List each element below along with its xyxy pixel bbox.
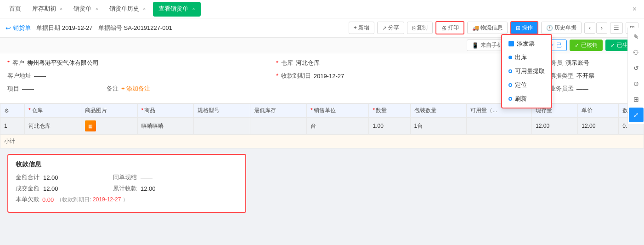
available-label: 可用量提取 [515,67,545,75]
payment-row-2: 成交金额 12.00 累计收款 12.00 [16,184,238,193]
tab-sales-history-close[interactable]: × [143,6,146,11]
list-view-icon[interactable]: ☰ [610,23,623,34]
owe-date: 2019-12-27 [93,196,121,203]
payment-row-1: 金额合计 12.00 同单现结 —— [16,173,238,182]
ticket-type-value: 不开票 [576,72,594,80]
logistics-button[interactable]: 🚚 物流信息 [467,22,508,34]
share-button[interactable]: ↗ 分享 [377,22,404,34]
sidebar-expand-icon[interactable]: ⤢ [629,108,644,122]
locate-label: 定位 [515,81,527,89]
tab-view-sales-close[interactable]: × [192,6,195,11]
next-arrow[interactable]: › [596,23,607,34]
owe-value: 0.00 [42,196,54,203]
share-icon: ↗ [382,25,387,31]
prev-arrow[interactable]: ‹ [584,23,595,34]
add-note-button[interactable]: 添加备注 [121,85,150,93]
th-product: *商品 [137,104,194,118]
transaction-field: 成交金额 12.00 [16,184,98,193]
tab-bar: 首页 库存期初 × 销货单 × 销货单历史 × 查看销货单 × × [0,0,644,18]
same-order-label: 同单现结 [113,173,137,182]
payment-title: 收款信息 [16,160,238,169]
project-label: 项目 [7,85,19,93]
print-label: 打印 [448,24,459,32]
sidebar-edit-icon[interactable]: ✎ [629,29,644,44]
address-value: —— [34,73,46,80]
available-icon [508,69,512,73]
tab-home-label: 首页 [9,5,21,13]
th-pack-qty: 包装数量 [410,104,467,118]
effective-icon: ✓ [610,42,615,49]
nav-arrows: ‹ › [584,23,607,34]
sidebar-user-icon[interactable]: ⊙ [629,76,644,91]
transaction-value: 12.00 [43,185,58,192]
right-sidebar: ✎ ⚇ ↺ ⊙ ⊞ ⤢ [627,28,644,124]
history-icon: 🕐 [546,25,553,31]
doc-date-value: 2019-12-27 [62,24,93,31]
logistics-label: 物流信息 [480,24,503,32]
product-table-wrapper: ⚙ *仓库 商品图片 *商品 规格型号 最低库存 *销售单位 *数量 包装数量 … [0,103,644,148]
dropdown-menu: 添发票 出库 可用量提取 定位 刷新 [501,34,552,108]
salesman-value: —— [576,85,588,92]
th-unit-price: 单价 [578,104,619,118]
operate-button[interactable]: ⊞ 操作 [510,21,538,34]
doc-number-field: 单据编号 SA-20191227-001 [98,24,173,32]
same-order-field: 同单现结 —— [113,173,196,182]
cell-min-stock [250,118,307,135]
customer-label: * 客户 [7,59,24,67]
customer-value: 柳州粤港平安气体有限公司 [27,59,99,67]
tab-inventory-label: 库存期初 [32,5,56,13]
dropdown-add-invoice[interactable]: 添发票 [502,37,551,51]
product-image: ▦ [85,120,96,131]
owe-label: 本单欠款 [16,195,40,204]
tab-home[interactable]: 首页 [4,0,27,18]
tab-view-sales-label: 查看销货单 [158,5,188,13]
dropdown-locate[interactable]: 定位 [502,78,551,92]
cell-warehouse: 河北仓库 [24,118,81,135]
gear-icon[interactable]: ⚙ [4,108,9,114]
dropdown-outbound[interactable]: 出库 [502,51,551,64]
tab-inventory-close[interactable]: × [60,6,62,11]
tab-sales[interactable]: 销货单 × [68,0,103,18]
cell-current-stock: 12.00 [532,118,578,135]
cancel-sale-icon: ✓ [575,42,579,49]
cancel-sale-label: 已核销 [581,41,598,49]
new-button[interactable]: + 新增 [349,22,374,34]
doc-info: ↩ 销货单 单据日期 2019-12-27 单据编号 SA-20191227-0… [6,24,345,32]
sidebar-link-icon[interactable]: ⚇ [629,45,644,60]
tab-sales-history[interactable]: 销货单历史 × [104,0,151,18]
cancel-sale-button[interactable]: ✓ 已核销 [570,40,603,51]
sidebar-table-icon[interactable]: ⊞ [629,92,644,107]
locate-icon [508,83,512,87]
th-gear: ⚙ [0,104,25,118]
confirm-label: 已 [556,41,562,49]
doc-type-text: 销货单 [13,24,31,32]
dropdown-available[interactable]: 可用量提取 [502,64,551,78]
owe-field: 本单欠款 0.00 （收款到期日: 2019-12-27 ） [16,195,128,204]
print-button[interactable]: 🖨 打印 [435,21,464,34]
salesman-field: * 业务员孟 —— [545,85,637,93]
th-spec: 规格型号 [194,104,250,118]
cumulative-value: 12.00 [141,185,156,192]
tab-view-sales[interactable]: 查看销货单 × [153,2,200,17]
project-value: —— [22,85,34,92]
payment-section: 收款信息 金额合计 12.00 同单现结 —— 成交金额 12.00 累计收款 … [7,154,246,213]
history-button[interactable]: 🕐 历史单据 [541,22,582,34]
doc-type-label: ↩ 销货单 [6,24,31,32]
tab-sales-close[interactable]: × [95,6,98,11]
table-row: 1 河北仓库 ▦ 嘻嘻嘻嘻 台 1.00 1台 12.00 12.00 0. [0,118,644,135]
tab-inventory[interactable]: 库存期初 × [27,0,68,18]
copy-button[interactable]: ⎘ 复制 [407,22,433,34]
th-quantity: *数量 [369,104,410,118]
doc-date-label: 单据日期 [36,24,60,32]
history-label: 历史单据 [554,24,576,32]
payment-date-label: * 收款到期日 [276,72,311,80]
cell-index: 1 [0,118,25,135]
window-close-button[interactable]: × [629,5,640,13]
payment-date-value: 2019-12-27 [314,73,345,80]
sidebar-refresh-icon[interactable]: ↺ [629,61,644,75]
dropdown-refresh[interactable]: 刷新 [502,92,551,106]
total-amount-field: 金额合计 12.00 [16,173,98,182]
outbound-label: 出库 [515,53,527,62]
staff-field: 业务员 演示账号 [545,59,637,67]
payment-date-field: * 收款到期日 2019-12-27 [276,72,537,80]
